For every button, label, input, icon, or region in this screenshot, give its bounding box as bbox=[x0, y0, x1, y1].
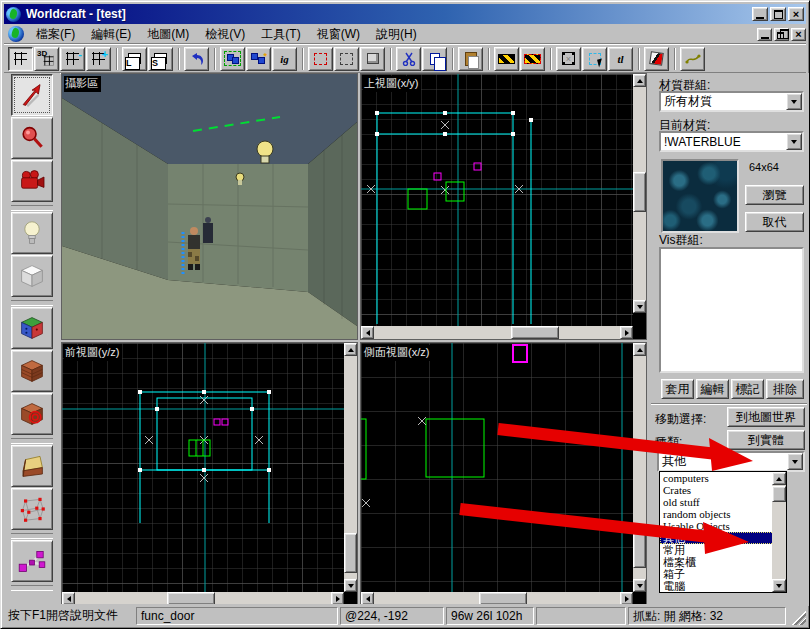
app-icon[interactable] bbox=[6, 7, 21, 22]
menu-map[interactable]: 地圖(M) bbox=[139, 24, 197, 45]
hide-selected-button[interactable] bbox=[308, 47, 333, 71]
front-viewport-label[interactable]: 前視圖(y/z) bbox=[64, 345, 122, 361]
camera-tool[interactable] bbox=[11, 160, 53, 202]
top-vertical-scrollbar[interactable] bbox=[633, 74, 646, 313]
dropdown-item[interactable]: Crates bbox=[660, 484, 786, 496]
mdi-restore-button[interactable] bbox=[774, 28, 789, 41]
texture-group-combobox[interactable]: 所有材質 bbox=[659, 91, 804, 112]
side-view-canvas[interactable] bbox=[361, 343, 633, 592]
ignore-groups-button[interactable]: ig bbox=[272, 47, 297, 71]
texture-lock-button[interactable]: tl bbox=[608, 47, 633, 71]
selection-tool[interactable] bbox=[11, 74, 53, 116]
document-icon[interactable] bbox=[8, 26, 24, 42]
toggle-grid-button[interactable] bbox=[8, 47, 33, 71]
dropdown-scrollbar[interactable] bbox=[772, 472, 786, 592]
edit-cordon-button[interactable] bbox=[520, 47, 545, 71]
undo-button[interactable] bbox=[184, 47, 209, 71]
chevron-down-icon[interactable] bbox=[786, 133, 802, 150]
dropdown-item[interactable]: Usable Objects bbox=[660, 520, 786, 532]
menu-file[interactable]: 檔案(F) bbox=[28, 24, 83, 45]
menu-help[interactable]: 說明(H) bbox=[368, 24, 425, 45]
save-window-state-button[interactable]: S bbox=[148, 47, 173, 71]
copy-button[interactable] bbox=[422, 47, 447, 71]
vis-groups-listbox[interactable] bbox=[659, 247, 804, 373]
select-box-button[interactable]: × bbox=[556, 47, 581, 71]
scroll-thumb[interactable] bbox=[511, 326, 559, 339]
cordon-button[interactable] bbox=[494, 47, 519, 71]
larger-grid-button[interactable]: + bbox=[86, 47, 111, 71]
carve-button[interactable] bbox=[644, 47, 669, 71]
smaller-grid-button[interactable]: - bbox=[60, 47, 85, 71]
vertex-tool[interactable] bbox=[11, 488, 53, 530]
current-texture-combobox[interactable]: !WATERBLUE bbox=[659, 131, 804, 152]
path-button[interactable] bbox=[680, 47, 705, 71]
scroll-thumb[interactable] bbox=[772, 486, 786, 502]
scroll-thumb[interactable] bbox=[633, 172, 646, 212]
vis-mark-button[interactable]: 標記 bbox=[731, 379, 764, 399]
dropdown-item[interactable]: 檔案櫃 bbox=[660, 556, 786, 568]
dropdown-item[interactable]: random objects bbox=[660, 508, 786, 520]
dropdown-item[interactable]: old stuff bbox=[660, 496, 786, 508]
texture-application-tool[interactable] bbox=[11, 307, 53, 349]
chevron-down-icon[interactable] bbox=[786, 93, 802, 110]
title-bar[interactable]: Worldcraft - [test] × bbox=[4, 4, 806, 24]
hide-unselected-button[interactable] bbox=[334, 47, 359, 71]
ungroup-button[interactable]: * bbox=[246, 47, 271, 71]
group-button[interactable] bbox=[220, 47, 245, 71]
vis-apply-button[interactable]: 套用 bbox=[661, 379, 694, 399]
mdi-minimize-icon bbox=[761, 37, 769, 39]
show-all-button[interactable] bbox=[360, 47, 385, 71]
replace-texture-button[interactable]: 取代 bbox=[745, 212, 804, 232]
mdi-minimize-button[interactable] bbox=[757, 28, 772, 41]
side-viewport-label[interactable]: 側面視圖(x/z) bbox=[363, 345, 432, 361]
apply-texture-tool[interactable] bbox=[11, 350, 53, 392]
front-viewport[interactable]: 前視圖(y/z) bbox=[61, 342, 358, 606]
dropdown-item[interactable]: computers bbox=[660, 472, 786, 484]
clipping-tool[interactable] bbox=[11, 445, 53, 487]
menu-tools[interactable]: 工具(T) bbox=[253, 24, 308, 45]
top-viewport-label[interactable]: 上視圖(x/y) bbox=[363, 76, 421, 92]
camera-viewport[interactable]: 攝影區 bbox=[61, 73, 358, 340]
dropdown-item-selected[interactable]: 其他 bbox=[660, 532, 774, 544]
scroll-thumb[interactable] bbox=[344, 533, 357, 573]
dropdown-item[interactable]: 常用 bbox=[660, 544, 786, 556]
maximize-button[interactable] bbox=[770, 7, 786, 21]
to-world-button[interactable]: 到地圖世界 bbox=[727, 407, 805, 427]
front-view-canvas[interactable] bbox=[62, 343, 344, 592]
cut-button[interactable] bbox=[396, 47, 421, 71]
camera-viewport-label[interactable]: 攝影區 bbox=[64, 76, 101, 92]
resize-grip[interactable] bbox=[792, 611, 806, 625]
menu-edit[interactable]: 編輯(E) bbox=[83, 24, 139, 45]
dropdown-item[interactable]: 箱子 bbox=[660, 568, 786, 580]
vis-exclude-button[interactable]: 排除 bbox=[766, 379, 804, 399]
magnify-tool[interactable] bbox=[11, 117, 53, 159]
browse-texture-button[interactable]: 瀏覽 bbox=[745, 185, 804, 205]
chevron-down-icon[interactable] bbox=[787, 453, 803, 470]
apply-decals-tool[interactable] bbox=[11, 393, 53, 435]
path-tool[interactable] bbox=[11, 540, 53, 582]
entity-tool[interactable] bbox=[11, 212, 53, 254]
load-window-state-button[interactable]: L bbox=[122, 47, 147, 71]
block-tool[interactable] bbox=[11, 255, 53, 297]
side-vertical-scrollbar[interactable] bbox=[633, 343, 646, 592]
scroll-thumb[interactable] bbox=[633, 528, 646, 568]
top-view-canvas[interactable] bbox=[361, 74, 633, 326]
paste-button[interactable] bbox=[458, 47, 483, 71]
top-horizontal-scrollbar[interactable] bbox=[361, 326, 633, 339]
menu-window[interactable]: 視窗(W) bbox=[309, 24, 368, 45]
auto-select-button[interactable] bbox=[582, 47, 607, 71]
side-viewport[interactable]: 側面視圖(x/z) bbox=[360, 342, 647, 606]
category-combobox[interactable]: 其他 bbox=[657, 451, 805, 472]
mdi-close-button[interactable]: × bbox=[791, 28, 806, 41]
front-vertical-scrollbar[interactable] bbox=[344, 343, 357, 592]
close-button[interactable]: × bbox=[788, 7, 804, 21]
to-entity-button[interactable]: 到實體 bbox=[727, 430, 805, 450]
vis-edit-button[interactable]: 編輯 bbox=[696, 379, 729, 399]
menu-view[interactable]: 檢視(V) bbox=[197, 24, 253, 45]
dropdown-item[interactable]: 電腦 bbox=[660, 580, 786, 592]
category-dropdown-list[interactable]: computers Crates old stuff random object… bbox=[659, 471, 787, 593]
toggle-3d-grid-button[interactable]: 3D bbox=[34, 47, 59, 71]
minimize-button[interactable] bbox=[752, 7, 768, 21]
carve-icon bbox=[649, 51, 664, 66]
top-viewport[interactable]: 上視圖(x/y) bbox=[360, 73, 647, 340]
